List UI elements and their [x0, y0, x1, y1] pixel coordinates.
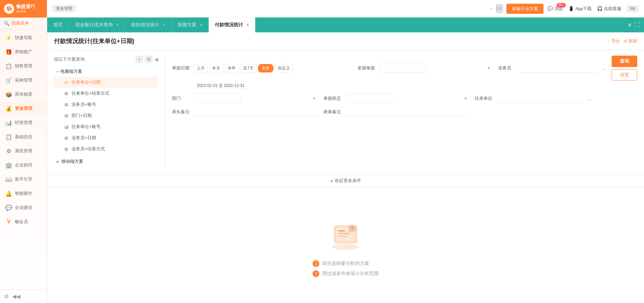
scheme-icon-0: ▦ [63, 91, 69, 96]
scheme-item-staff-settle[interactable]: ▦ 业务员+结算方式 [54, 144, 158, 154]
sidebar-item-label: 新手引导 [15, 176, 32, 182]
tab-payment-stats[interactable]: 付款情况统计 × [209, 18, 255, 32]
filter-settings-btn[interactable]: 设置 [612, 69, 637, 81]
voucher-status-select[interactable] [345, 94, 392, 103]
date-btn-custom[interactable]: 自定义 [275, 64, 293, 72]
sidebar-item-operation[interactable]: 📊 经营管理 [0, 116, 47, 130]
sidebar-item-coop[interactable]: 🏢 企业协同 [0, 158, 47, 172]
sidebar-item-guide[interactable]: 📖 新手引导 [0, 172, 47, 186]
online-service-btn[interactable]: 🎧 在线客服 [597, 6, 621, 12]
staff-input[interactable] [520, 64, 597, 72]
messages-btn[interactable]: 💬 消息 99+ [548, 6, 563, 12]
collapse-scheme-btn[interactable]: ◀ [154, 57, 158, 62]
partner-input[interactable] [496, 94, 583, 103]
tab-receipt-stats[interactable]: 收款情况统计 × [125, 18, 172, 32]
sidebar-item-member[interactable]: V 畅会员 [0, 215, 47, 229]
sidebar-collapse-btn[interactable]: ◀◀ [12, 293, 20, 300]
tab-payment-close[interactable]: × [246, 23, 249, 27]
search-menu[interactable]: 🔍 搜索菜单 [0, 18, 47, 29]
date-btn-last-month[interactable]: 上月 [194, 64, 208, 72]
scheme-item-staff-account[interactable]: ▦ 业务员+账号 [54, 99, 158, 110]
sidebar-item-label: 企业微信 [15, 205, 32, 211]
sidebar-logo: 畅 畅捷通巧 标准版 [0, 0, 47, 18]
logo-icon: 畅 [4, 4, 14, 14]
scheme-item-partner-account[interactable]: 📊 往来单位+账号 [54, 121, 158, 132]
collapse-text: 收起更多条件 [335, 178, 361, 184]
tab-new-scheme[interactable]: 新建方案 × [172, 18, 209, 32]
sidebar-item-label: 经营管理 [15, 120, 32, 126]
settings-scheme-btn[interactable]: ⚙ [145, 56, 152, 63]
trial-scheme-btn[interactable]: 体验行业方案 [506, 4, 544, 14]
sidebar-item-capital[interactable]: 💰 资金管理 [0, 101, 47, 116]
sidebar-item-label: 畅会员 [15, 219, 28, 225]
desktop-category-header[interactable]: ▾ 电脑端方案 [54, 66, 158, 77]
refresh-btn[interactable]: ↺ 刷新 [623, 38, 637, 44]
note-body-input[interactable] [345, 108, 469, 116]
query-btn[interactable]: 查询 [612, 56, 637, 67]
scheme-item-partner-settle[interactable]: ▦ 往来单位+结算方式 [54, 88, 158, 99]
date-btn-this-year[interactable]: 本年 [225, 64, 239, 72]
tab-receipt-stats-label: 收款情况统计 [131, 22, 159, 28]
purchase-icon: 🛒 [5, 77, 12, 84]
sidebar-item-wechat[interactable]: 💬 企业微信 [0, 201, 47, 215]
sidebar-item-label: 企业协同 [15, 162, 32, 168]
dept-select[interactable] [194, 94, 241, 103]
tab-cash-flow-label: 现金银行流水查询 [75, 22, 113, 28]
scheme-item-label: 往来单位+结算方式 [71, 90, 109, 96]
partner-dots-btn[interactable]: ... [587, 95, 591, 101]
svg-point-0 [332, 244, 359, 250]
tab-cash-flow[interactable]: 现金银行流水查询 × [69, 18, 125, 32]
mobile-category-header[interactable]: ▶ 移动端方案 [54, 156, 158, 166]
topbar-settings-btn[interactable]: ⚙ [496, 5, 502, 12]
add-scheme-btn[interactable]: + [136, 56, 143, 63]
topbar-right: 💬 消息 99+ 📱 App下载 🎧 在线客服 Rit [548, 5, 639, 12]
date-range-input[interactable] [196, 83, 250, 89]
tab-home[interactable]: 首页 [47, 18, 69, 32]
inventory-icon: 📦 [5, 91, 12, 98]
partner-field: 往来单位 ... [475, 94, 591, 103]
sidebar-item-hardware[interactable]: 🔔 智能硬件 [0, 186, 47, 201]
export-icon: ↑ [608, 39, 610, 44]
sidebar-item-basic[interactable]: 📋 基础信息 [0, 130, 47, 144]
category-arrow-icon: ▾ [57, 70, 58, 73]
tip-text-2: 用过滤条件来缩小分析范围 [322, 271, 379, 277]
tab-close-all-btn[interactable]: ✕ [627, 22, 632, 28]
scheme-item-staff-date[interactable]: ▦ 业务员+日期 [54, 132, 158, 143]
collapse-bar[interactable]: ∧ 收起更多条件 [47, 174, 644, 187]
empty-state: 1 请先选择要分析的方案 2 用过滤条件来缩小分析范围 [47, 187, 644, 303]
source-select[interactable] [379, 64, 426, 73]
coop-icon: 🏢 [5, 162, 12, 169]
sidebar-item-marketing[interactable]: 🎁 营销推广 [0, 45, 47, 59]
date-btn-7days[interactable]: 近7天 [240, 64, 257, 72]
sidebar-item-inventory[interactable]: 📦 库存核算 [0, 87, 47, 101]
collapse-label: ∧ 收起更多条件 [330, 178, 361, 184]
date-btn-more[interactable]: 更多 [258, 64, 273, 72]
scheme-item-label: 往来单位+日期 [71, 79, 100, 85]
sidebar-item-sales[interactable]: 📋 销售管理 [0, 59, 47, 73]
app-download-btn[interactable]: 📱 App下载 [568, 6, 592, 12]
sidebar-item-quick-nav[interactable]: ⚡ 快捷导航 [0, 31, 47, 45]
voucher-status-select-wrap [345, 94, 469, 103]
sidebar-item-system[interactable]: ⚙ 系统管理 [0, 144, 47, 158]
tab-receipt-close[interactable]: × [163, 23, 165, 27]
tab-new-scheme-close[interactable]: × [200, 23, 202, 27]
query-buttons: 查询 设置 [612, 56, 637, 81]
user-avatar[interactable]: Rit [627, 5, 639, 12]
scheme-item-partner-date[interactable]: ◎ 往来单位+日期 [54, 77, 158, 88]
export-btn[interactable]: ↑ 导出 [608, 38, 620, 44]
source-field: 来源单据 [357, 64, 493, 73]
date-buttons: 上月 本月 本年 近7天 更多 自定义 [194, 64, 293, 72]
scheme-item-dept-date[interactable]: ▦ 部门+日期 [54, 110, 158, 121]
search-menu-label: 搜索菜单 [11, 20, 29, 26]
tab-maximize-btn[interactable]: ⛶ [635, 22, 640, 28]
tip-text-1: 请先选择要分析的方案 [322, 261, 369, 267]
scheme-icon-5: ▦ [63, 146, 69, 152]
date-btn-this-month[interactable]: 本月 [209, 64, 223, 72]
voucher-status-label: 单据状态 [323, 95, 342, 101]
staff-dots-btn[interactable]: ... [602, 65, 606, 71]
note-header-input[interactable] [194, 108, 318, 116]
sidebar-item-purchase[interactable]: 🛒 采购管理 [0, 73, 47, 87]
tab-cash-flow-close[interactable]: × [116, 23, 119, 27]
sidebar-settings-btn[interactable]: ⚙ [4, 293, 9, 300]
dept-field: 部门 [172, 94, 318, 103]
